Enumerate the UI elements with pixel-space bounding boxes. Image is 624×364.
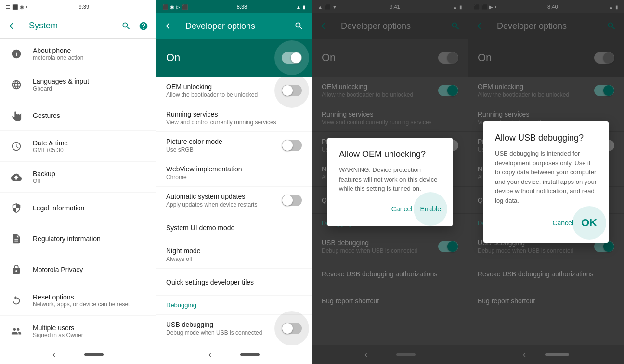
picture-toggle-mid[interactable] xyxy=(282,140,302,151)
help-button-left[interactable] xyxy=(135,17,152,35)
oem-dialog-title: Allow OEM unlocking? xyxy=(339,149,441,159)
usb-ok-button[interactable]: OK xyxy=(581,215,597,231)
search-button-left[interactable] xyxy=(117,17,135,35)
settings-list-mid: OEM unlocking Allow the bootloader to be… xyxy=(156,77,312,345)
webview-subtitle-mid: Chrome xyxy=(166,174,302,181)
nav-title-users: Multiple users xyxy=(33,324,83,332)
oem-dialog: Allow OEM unlocking? WARNING: Device pro… xyxy=(327,138,453,226)
webview-title-mid: WebView implementation xyxy=(166,165,302,173)
usb-cancel-button[interactable]: Cancel xyxy=(552,215,573,231)
status-time-mid: 8:38 xyxy=(237,4,247,10)
nav-title-motorola-privacy: Motorola Privacy xyxy=(33,266,83,273)
status-bar-mid: ⬛ ◉ ▷ ⬛ 8:38 ▲▮ xyxy=(156,0,312,13)
system-ui-title-mid: System UI demo mode xyxy=(166,224,302,232)
usb-dialog-body: USB debugging is intended for developmen… xyxy=(495,149,597,205)
usb-subtitle-mid: Debug mode when USB is connected xyxy=(166,329,262,336)
nav-item-backup[interactable]: Backup Off xyxy=(0,162,156,193)
oem-dialog-body: WARNING: Device protection features will… xyxy=(339,165,441,194)
datetime-icon xyxy=(8,138,25,155)
privacy-icon xyxy=(8,261,25,278)
auto-updates-toggle-mid[interactable] xyxy=(282,195,302,206)
picture-subtitle-mid: Use sRGB xyxy=(166,146,222,153)
right3-panel: ⬛ ⬛ ▶ • 8:40 ▲▮ Developer options On xyxy=(468,0,624,364)
setting-night-mid[interactable]: Night mode Always off xyxy=(156,241,312,269)
usb-dialog-title: Allow USB debugging? xyxy=(495,133,597,143)
oem-toggle-mid[interactable] xyxy=(282,85,302,96)
bottom-nav-left: ‹ xyxy=(0,345,156,364)
mid-panel: ⬛ ◉ ▷ ⬛ 8:38 ▲▮ Developer options On xyxy=(156,0,312,364)
oem-title-mid: OEM unlocking xyxy=(166,83,258,91)
nav-item-users[interactable]: Multiple users Signed in as Owner xyxy=(0,316,156,345)
usb-dialog-actions: Cancel OK xyxy=(495,215,597,231)
setting-usb-mid[interactable]: USB debugging Debug mode when USB is con… xyxy=(156,315,312,342)
setting-system-ui-mid[interactable]: System UI demo mode xyxy=(156,214,312,241)
dev-on-row-mid: On xyxy=(156,39,312,77)
languages-icon xyxy=(8,76,25,93)
nav-title-datetime: Date & time xyxy=(33,139,68,147)
nav-title-gestures: Gestures xyxy=(33,112,60,119)
left-panel: ☰ ⬛ ◉ • 9:39 ▲ ▮ System About phone moto… xyxy=(0,0,156,364)
nav-item-languages[interactable]: Languages & input Gboard xyxy=(0,69,156,100)
setting-quicksettings-mid[interactable]: Quick settings developer tiles xyxy=(156,269,312,296)
usb-title-mid: USB debugging xyxy=(166,321,262,328)
nav-item-reset[interactable]: Reset options Network, apps, or device c… xyxy=(0,285,156,316)
nav-item-datetime[interactable]: Date & time GMT+05:30 xyxy=(0,131,156,162)
nav-item-motorola-privacy[interactable]: Motorola Privacy xyxy=(0,254,156,285)
oem-cancel-button[interactable]: Cancel xyxy=(391,203,413,215)
status-time-left: 9:39 xyxy=(79,4,89,10)
nav-subtitle-languages: Gboard xyxy=(33,85,89,92)
setting-auto-updates-mid[interactable]: Automatic system updates Apply updates w… xyxy=(156,187,312,214)
auto-updates-title-mid: Automatic system updates xyxy=(166,193,257,200)
setting-webview-mid[interactable]: WebView implementation Chrome xyxy=(156,159,312,187)
night-title-mid: Night mode xyxy=(166,247,302,255)
nav-subtitle-users: Signed in as Owner xyxy=(33,332,83,338)
status-left-mid: ⬛ ◉ ▷ ⬛ xyxy=(162,4,188,10)
back-button-left[interactable] xyxy=(4,17,21,35)
nav-subtitle-reset: Network, apps, or device can be reset xyxy=(33,301,130,308)
nav-subtitle-about: motorola one action xyxy=(33,54,83,61)
status-left-icons: ☰ ⬛ ◉ • xyxy=(6,4,28,10)
nav-home-pill[interactable] xyxy=(84,353,104,356)
usb-toggle-mid[interactable] xyxy=(282,323,302,334)
nav-item-gestures[interactable]: Gestures xyxy=(0,100,156,131)
night-subtitle-mid: Always off xyxy=(166,256,302,262)
back-button-mid[interactable] xyxy=(160,17,178,35)
dev-on-label-mid: On xyxy=(166,52,282,64)
nav-back-arrow[interactable]: ‹ xyxy=(52,350,55,360)
oem-dialog-overlay: Allow OEM unlocking? WARNING: Device pro… xyxy=(312,0,468,364)
nav-title-backup: Backup xyxy=(33,170,55,178)
setting-picture-mid[interactable]: Picture color mode Use sRGB xyxy=(156,132,312,159)
nav-item-regulatory[interactable]: Regulatory information xyxy=(0,223,156,254)
enable-btn-wrap: Enable xyxy=(420,203,441,215)
page-title-mid: Developer options xyxy=(185,21,290,31)
quicksettings-title-mid: Quick settings developer tiles xyxy=(166,278,302,286)
auto-updates-subtitle-mid: Apply updates when device restarts xyxy=(166,201,257,208)
usb-dialog: Allow USB debugging? USB debugging is in… xyxy=(483,121,609,243)
nav-title-about: About phone xyxy=(33,47,83,54)
oem-enable-button[interactable]: Enable xyxy=(420,203,441,215)
page-title-left: System xyxy=(29,21,117,31)
usb-dialog-overlay: Allow USB debugging? USB debugging is in… xyxy=(468,0,624,364)
legal-icon xyxy=(8,199,25,217)
toolbar-mid: Developer options xyxy=(156,13,312,39)
nav-subtitle-datetime: GMT+05:30 xyxy=(33,147,68,154)
setting-oem-mid[interactable]: OEM unlocking Allow the bootloader to be… xyxy=(156,77,312,104)
search-button-mid[interactable] xyxy=(290,17,308,35)
about-icon xyxy=(8,45,25,63)
nav-title-regulatory: Regulatory information xyxy=(33,235,101,243)
picture-title-mid: Picture color mode xyxy=(166,138,222,145)
nav-title-languages: Languages & input xyxy=(33,78,89,85)
right2-panel: ▲ ⬛ ▼ 9:41 ▲▮ Developer options On OEM u… xyxy=(312,0,468,364)
nav-item-about[interactable]: About phone motorola one action xyxy=(0,39,156,69)
nav-list-left: About phone motorola one action Language… xyxy=(0,39,156,345)
nav-back-mid[interactable]: ‹ xyxy=(208,350,211,360)
nav-item-legal[interactable]: Legal information xyxy=(0,193,156,223)
setting-running-mid[interactable]: Running services View and control curren… xyxy=(156,104,312,132)
bottom-nav-mid: ‹ xyxy=(156,345,312,364)
oem-subtitle-mid: Allow the bootloader to be unlocked xyxy=(166,91,258,98)
backup-icon xyxy=(8,169,25,186)
dev-toggle-mid[interactable] xyxy=(282,52,302,64)
nav-home-mid[interactable] xyxy=(240,353,260,356)
debugging-label-mid: Debugging xyxy=(166,301,302,309)
nav-title-legal: Legal information xyxy=(33,204,84,212)
